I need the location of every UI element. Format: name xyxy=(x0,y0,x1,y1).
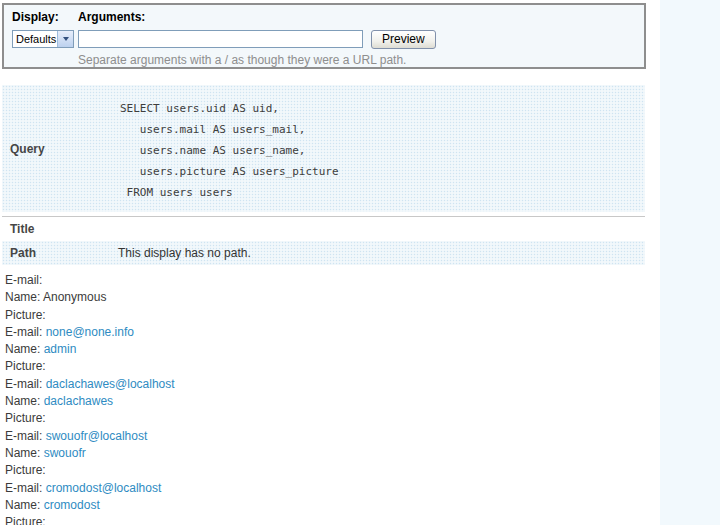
preview-result-row: Name: admin xyxy=(5,341,650,358)
preview-result-row: Name: cromodost xyxy=(5,497,650,514)
preview-result-row: Name: Anonymous xyxy=(5,289,650,306)
display-column: Display: Defaults xyxy=(12,10,78,62)
path-value: This display has no path. xyxy=(118,246,251,260)
dropdown-arrow-icon[interactable] xyxy=(57,31,73,47)
preview-result-row: Name: daclachawes xyxy=(5,393,650,410)
field-label: Picture: xyxy=(5,515,46,525)
preview-result-row: Picture: xyxy=(5,358,650,375)
path-label: Path xyxy=(2,246,118,260)
display-select-value: Defaults xyxy=(13,33,57,45)
field-label: E-mail: xyxy=(5,429,42,443)
query-panel: Query SELECT users.uid AS uid, users.mai… xyxy=(2,85,645,212)
email-link[interactable]: daclachawes@localhost xyxy=(46,377,175,391)
preview-button[interactable]: Preview xyxy=(371,30,436,49)
live-preview-fieldset: Display: Defaults Arguments: Preview Sep… xyxy=(2,3,646,69)
preview-result-row: Picture: xyxy=(5,410,650,427)
title-row: Title xyxy=(2,217,645,241)
field-label: E-mail: xyxy=(5,481,42,495)
field-label: Name: xyxy=(5,498,40,512)
display-select[interactable]: Defaults xyxy=(12,30,74,48)
field-value: Anonymous xyxy=(43,290,106,304)
field-label: Picture: xyxy=(5,359,46,373)
preview-result-row: E-mail: cromodost@localhost xyxy=(5,480,650,497)
field-label: Name: xyxy=(5,394,40,408)
email-link[interactable]: cromodost@localhost xyxy=(46,481,162,495)
field-label: Picture: xyxy=(5,463,46,477)
preview-result-row: Picture: xyxy=(5,462,650,479)
preview-result-row: Picture: xyxy=(5,514,650,525)
query-sql-text: SELECT users.uid AS uid, users.mail AS u… xyxy=(120,98,339,212)
preview-result-row: E-mail: xyxy=(5,272,650,289)
username-link[interactable]: daclachawes xyxy=(44,394,113,408)
field-label: Name: xyxy=(5,290,40,304)
arguments-column: Arguments: Preview Separate arguments wi… xyxy=(78,10,636,62)
preview-info-table: Title Path This display has no path. xyxy=(2,216,645,265)
preview-result-row: E-mail: none@none.info xyxy=(5,324,650,341)
title-label: Title xyxy=(2,222,118,236)
preview-result-row: E-mail: swouofr@localhost xyxy=(5,428,650,445)
arguments-label: Arguments: xyxy=(78,10,636,24)
field-label: Name: xyxy=(5,446,40,460)
field-label: Picture: xyxy=(5,308,46,322)
email-link[interactable]: none@none.info xyxy=(46,325,134,339)
path-row: Path This display has no path. xyxy=(2,241,645,265)
username-link[interactable]: admin xyxy=(44,342,77,356)
preview-result-row: E-mail: daclachawes@localhost xyxy=(5,376,650,393)
preview-results: E-mail: Name: Anonymous Picture: E-mail:… xyxy=(0,272,650,525)
username-link[interactable]: swouofr xyxy=(44,446,86,460)
field-label: Name: xyxy=(5,342,40,356)
arguments-input[interactable] xyxy=(78,30,363,48)
username-link[interactable]: cromodost xyxy=(44,498,100,512)
query-label: Query xyxy=(2,85,118,212)
views-preview-page: Display: Defaults Arguments: Preview Sep… xyxy=(0,0,720,525)
arguments-help-text: Separate arguments with a / as though th… xyxy=(78,53,636,67)
field-label: E-mail: xyxy=(5,273,42,287)
preview-result-row: Name: swouofr xyxy=(5,445,650,462)
field-label: Picture: xyxy=(5,411,46,425)
preview-result-row: Picture: xyxy=(5,307,650,324)
email-link[interactable]: swouofr@localhost xyxy=(46,429,148,443)
field-label: E-mail: xyxy=(5,377,42,391)
field-label: E-mail: xyxy=(5,325,42,339)
page-background-band xyxy=(660,0,720,525)
display-label: Display: xyxy=(12,10,78,24)
